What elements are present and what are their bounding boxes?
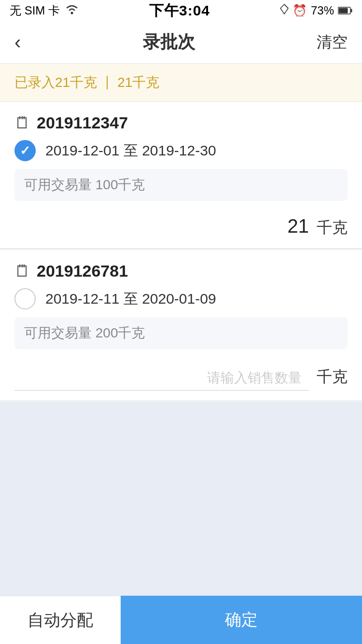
sim-status: 无 SIM 卡 [10, 3, 60, 18]
wifi-icon [65, 4, 79, 17]
location-icon [280, 4, 289, 17]
batch-avail-2: 可用交易量 200千克 [14, 317, 348, 349]
page-content: ‹ 录批次 清空 已录入21千克 21千克 🗒 2019112347 2019-… [0, 21, 362, 644]
summary-banner: 已录入21千克 21千克 [0, 64, 362, 102]
batch-id-1: 2019112347 [37, 113, 128, 132]
batch-header-2: 🗒 2019126781 [0, 250, 362, 284]
status-bar-left: 无 SIM 卡 [10, 3, 79, 18]
summary-value: 21千克 [117, 73, 159, 92]
batch-header-1: 🗒 2019112347 [0, 102, 362, 136]
svg-rect-2 [350, 9, 352, 13]
status-bar-right: ⏰ 73% [280, 4, 352, 17]
batch-input-row-2: 千克 [0, 359, 362, 401]
batch-value-display-1: 21 千克 [0, 210, 362, 249]
back-button[interactable]: ‹ [14, 31, 21, 53]
batch-date-1: 2019-12-01 至 2019-12-30 [45, 141, 216, 161]
svg-rect-3 [338, 8, 348, 14]
batch-id-2: 2019126781 [37, 262, 128, 280]
batch-quantity-input-2[interactable] [14, 364, 309, 391]
nav-bar: ‹ 录批次 清空 [0, 21, 362, 64]
batch-avail-text-1: 可用交易量 100千克 [24, 177, 145, 192]
bottom-bar: 自动分配 确定 [0, 596, 362, 644]
batch-card-2: 🗒 2019126781 2019-12-11 至 2020-01-09 可用交… [0, 250, 362, 401]
auto-distribute-button[interactable]: 自动分配 [0, 596, 121, 644]
svg-point-0 [71, 12, 73, 14]
confirm-button[interactable]: 确定 [121, 596, 362, 644]
batch-date-row-2[interactable]: 2019-12-11 至 2020-01-09 [0, 284, 362, 313]
page-title: 录批次 [143, 30, 195, 54]
batch-card-1: 🗒 2019112347 2019-12-01 至 2019-12-30 可用交… [0, 102, 362, 249]
batch-value-num-1: 21 [288, 215, 309, 237]
batch-date-2: 2019-12-11 至 2020-01-09 [45, 289, 216, 309]
alarm-icon: ⏰ [292, 4, 307, 17]
batch-unit-2: 千克 [317, 366, 348, 388]
clear-button[interactable]: 清空 [317, 32, 348, 53]
doc-icon-2: 🗒 [14, 262, 31, 280]
battery-icon [338, 4, 352, 17]
doc-icon-1: 🗒 [14, 113, 31, 132]
batch-avail-text-2: 可用交易量 200千克 [24, 325, 145, 340]
batch-avail-1: 可用交易量 100千克 [14, 169, 348, 201]
summary-divider [107, 76, 108, 89]
batch-date-row-1[interactable]: 2019-12-01 至 2019-12-30 [0, 136, 362, 165]
radio-2[interactable] [14, 288, 36, 309]
status-bar: 无 SIM 卡 下午3:04 ⏰ 73% [0, 0, 362, 21]
summary-label: 已录入21千克 [14, 73, 97, 92]
status-bar-time: 下午3:04 [149, 1, 210, 21]
battery-text: 73% [311, 4, 334, 17]
batch-value-unit-1: 千克 [317, 217, 348, 238]
radio-1[interactable] [14, 140, 36, 161]
